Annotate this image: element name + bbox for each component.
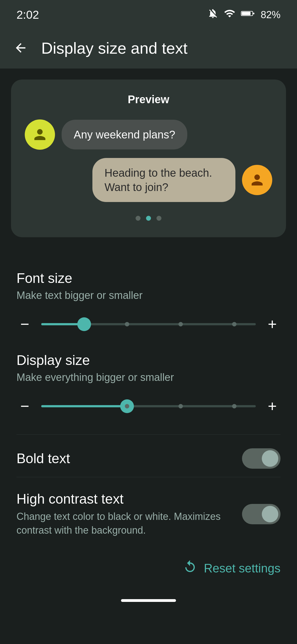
high-contrast-toggle[interactable]: [242, 504, 280, 524]
dot-2-active: [146, 216, 151, 221]
font-size-slider-row: − +: [16, 315, 280, 333]
display-size-slider-track[interactable]: [41, 405, 256, 407]
status-bar: 2:02 82%: [0, 0, 297, 27]
font-size-stop-1: [125, 322, 129, 326]
display-size-stop-2: [178, 404, 183, 408]
font-size-slider-thumb[interactable]: [77, 317, 91, 331]
svg-rect-2: [253, 13, 254, 14]
bell-muted-icon: [207, 8, 218, 21]
dots-indicator: [25, 216, 272, 221]
dot-1: [136, 216, 141, 221]
avatar-1: [25, 119, 55, 150]
high-contrast-toggle-knob: [262, 506, 278, 522]
high-contrast-label-block: High contrast text Change text color to …: [16, 491, 242, 537]
preview-label: Preview: [25, 93, 272, 106]
reset-settings-button[interactable]: Reset settings: [204, 561, 280, 575]
display-size-decrease-button[interactable]: −: [16, 397, 33, 415]
page-title: Display size and text: [41, 39, 188, 57]
high-contrast-title: High contrast text: [16, 491, 231, 507]
bubble-1-text: Any weekend plans?: [74, 129, 175, 141]
dot-3: [156, 216, 161, 221]
display-size-stop-3: [232, 404, 237, 408]
chat-message-2: Heading to the beach. Want to join?: [25, 158, 272, 202]
back-button[interactable]: [11, 38, 30, 58]
bold-text-toggle[interactable]: [242, 448, 280, 469]
reset-row: Reset settings: [0, 546, 297, 591]
header: Display size and text: [0, 27, 297, 69]
font-size-subtitle: Make text bigger or smaller: [16, 290, 280, 301]
bubble-2: Heading to the beach. Want to join?: [92, 158, 235, 202]
bold-text-row: Bold text: [16, 440, 280, 477]
preview-card: Preview Any weekend plans? Heading to th…: [11, 80, 286, 237]
svg-rect-1: [242, 12, 251, 15]
battery-icon: [241, 9, 255, 21]
display-size-subtitle: Make everything bigger or smaller: [16, 372, 280, 383]
display-size-slider-fill: [41, 405, 127, 407]
chat-message-1: Any weekend plans?: [25, 119, 272, 150]
bottom-bar: [121, 599, 176, 602]
avatar-2: [242, 165, 272, 195]
display-size-slider-row: − +: [16, 397, 280, 415]
bold-text-label-block: Bold text: [16, 451, 242, 466]
font-size-decrease-button[interactable]: −: [16, 315, 33, 333]
bold-text-title: Bold text: [16, 451, 231, 466]
font-size-increase-button[interactable]: +: [264, 315, 280, 333]
status-icons: 82%: [207, 8, 280, 22]
font-size-slider-track[interactable]: [41, 323, 256, 325]
display-size-title: Display size: [16, 352, 280, 368]
font-size-title: Font size: [16, 270, 280, 286]
font-size-stop-2: [178, 322, 183, 326]
display-size-stop-1: [125, 404, 129, 408]
display-size-increase-button[interactable]: +: [264, 397, 280, 415]
status-time: 2:02: [16, 8, 39, 21]
font-size-section: Font size Make text bigger or smaller − …: [0, 237, 297, 546]
reset-icon: [183, 560, 197, 577]
bold-text-toggle-knob: [262, 450, 278, 467]
chat-messages: Any weekend plans? Heading to the beach.…: [25, 119, 272, 202]
font-size-stop-3: [232, 322, 237, 326]
wifi-icon: [224, 8, 235, 22]
bubble-1: Any weekend plans?: [62, 120, 187, 149]
bottom-nav-indicator: [0, 591, 297, 613]
battery-percent: 82%: [261, 9, 280, 21]
high-contrast-subtitle: Change text color to black or white. Max…: [16, 510, 231, 537]
high-contrast-text-row: High contrast text Change text color to …: [16, 483, 280, 546]
bubble-2-text: Heading to the beach. Want to join?: [105, 167, 212, 193]
